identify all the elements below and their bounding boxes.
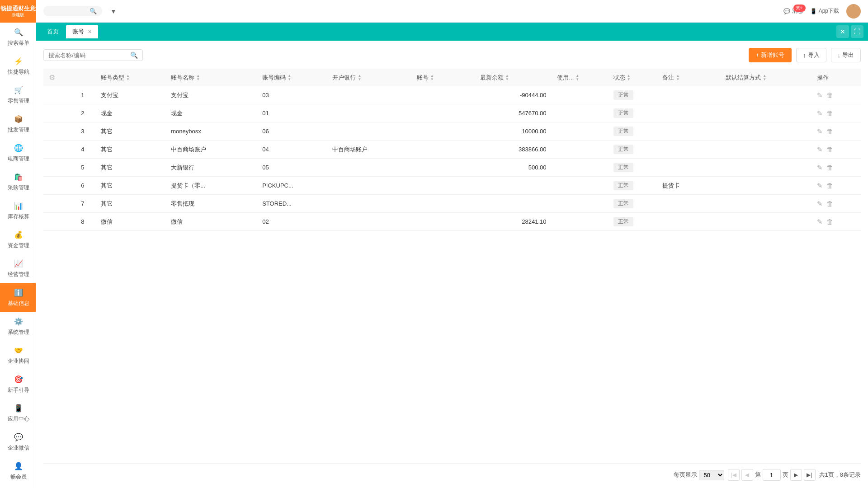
th-balance[interactable]: 最新余额 ▲▼ xyxy=(475,69,552,86)
sort-arrows-note: ▲▼ xyxy=(676,74,679,81)
tab-home[interactable]: 首页 xyxy=(41,25,65,38)
sidebar-item-corp-wechat[interactable]: 💬企业微信 xyxy=(0,427,36,456)
row-usage-cell xyxy=(552,104,608,122)
th-account[interactable]: 账号 ▲▼ xyxy=(411,69,475,86)
sidebar-icon-retail-mgmt: 🛒 xyxy=(14,85,23,96)
row-balance-cell: -90444.00 xyxy=(475,86,552,104)
sidebar-item-quick-nav[interactable]: ⚡快捷导航 xyxy=(0,52,36,80)
th-gear[interactable]: ⚙ xyxy=(43,69,70,86)
page-size-dropdown[interactable]: 102050100 xyxy=(699,470,724,480)
row-gear-cell xyxy=(43,195,70,213)
message-button[interactable]: 💬 消息 99+ xyxy=(783,7,803,15)
edit-button[interactable]: ✎ xyxy=(817,164,823,172)
th-status[interactable]: 状态 ▲▼ xyxy=(608,69,657,86)
search-box[interactable]: 🔍 xyxy=(43,49,143,61)
th-type[interactable]: 账号类型 ▲▼ xyxy=(95,69,165,86)
search-input[interactable] xyxy=(48,52,130,59)
th-note-label: 备注 xyxy=(662,74,674,82)
sidebar-item-finance-mgmt[interactable]: 💰资金管理 xyxy=(0,225,36,254)
tab-maximize-button[interactable]: ⛶ xyxy=(851,25,863,38)
user-avatar[interactable] xyxy=(846,4,861,19)
row-code-cell: 04 xyxy=(257,141,327,159)
sidebar-item-purchase-mgmt[interactable]: 🛍️采购管理 xyxy=(0,167,36,196)
row-default-cell xyxy=(720,177,811,195)
delete-button[interactable]: 🗑 xyxy=(826,218,833,225)
tab-account-close[interactable]: ✕ xyxy=(88,29,92,35)
sidebar-item-ops-mgmt[interactable]: 📈经营管理 xyxy=(0,254,36,283)
edit-button[interactable]: ✎ xyxy=(817,200,823,208)
edit-button[interactable]: ✎ xyxy=(817,109,823,117)
sidebar-item-corp-agreement[interactable]: 🤝企业协同 xyxy=(0,341,36,370)
row-usage-cell xyxy=(552,159,608,177)
page-prev-button[interactable]: ◀ xyxy=(741,469,753,481)
app-download-button[interactable]: 📱 App下载 xyxy=(810,7,839,15)
row-gear-cell xyxy=(43,177,70,195)
sort-arrows-bank: ▲▼ xyxy=(358,74,361,81)
sidebar-item-member[interactable]: 👤畅会员 xyxy=(0,456,36,485)
th-default[interactable]: 默认结算方式 ▲▼ xyxy=(720,69,811,86)
edit-button[interactable]: ✎ xyxy=(817,182,823,190)
th-note[interactable]: 备注 ▲▼ xyxy=(657,69,720,86)
edit-button[interactable]: ✎ xyxy=(817,145,823,154)
app-download-label: App下载 xyxy=(819,7,839,15)
delete-button[interactable]: 🗑 xyxy=(826,109,833,117)
edit-button[interactable]: ✎ xyxy=(817,127,823,136)
table-row: 7 其它 零售抵现 STORED... 正常 ✎ 🗑 xyxy=(43,195,861,213)
row-type-cell: 其它 xyxy=(95,195,165,213)
delete-button[interactable]: 🗑 xyxy=(826,200,833,207)
export-button[interactable]: ↓ 导出 xyxy=(831,48,861,62)
row-usage-cell xyxy=(552,141,608,159)
row-note-cell xyxy=(657,141,720,159)
dropdown-button[interactable]: ▼ xyxy=(107,6,120,17)
th-usage[interactable]: 使用... ▲▼ xyxy=(552,69,608,86)
delete-button[interactable]: 🗑 xyxy=(826,145,833,153)
row-balance-cell xyxy=(475,177,552,195)
add-account-button[interactable]: + 新增账号 xyxy=(749,48,792,62)
ops-cell: ✎ 🗑 xyxy=(817,145,855,154)
th-name[interactable]: 账号名称 ▲▼ xyxy=(165,69,257,86)
sidebar-item-search-menu[interactable]: 🔍搜索菜单 xyxy=(0,23,36,52)
tab-account[interactable]: 账号 ✕ xyxy=(66,25,98,38)
import-button[interactable]: ↑ 导入 xyxy=(796,48,826,62)
sidebar-icon-finance-mgmt: 💰 xyxy=(14,230,23,240)
th-bank[interactable]: 开户银行 ▲▼ xyxy=(327,69,411,86)
page-next-button[interactable]: ▶ xyxy=(790,469,802,481)
sidebar-item-retail-mgmt[interactable]: 🛒零售管理 xyxy=(0,80,36,109)
delete-button[interactable]: 🗑 xyxy=(826,91,833,99)
row-name-cell: 零售抵现 xyxy=(165,195,257,213)
row-usage-cell xyxy=(552,195,608,213)
sidebar-item-wholesale-mgmt[interactable]: 📦批发管理 xyxy=(0,109,36,138)
sidebar-item-new-guide[interactable]: 🎯新手引导 xyxy=(0,370,36,399)
th-code[interactable]: 账号编码 ▲▼ xyxy=(257,69,327,86)
edit-button[interactable]: ✎ xyxy=(817,91,823,99)
sort-arrows-balance: ▲▼ xyxy=(505,74,509,81)
th-name-label: 账号名称 xyxy=(171,74,194,82)
sidebar-item-app-center[interactable]: 📱应用中心 xyxy=(0,399,36,427)
sidebar-item-inventory[interactable]: 📊库存核算 xyxy=(0,196,36,225)
sidebar-icon-system-mgmt: ⚙️ xyxy=(14,316,23,327)
row-default-cell xyxy=(720,141,811,159)
sort-arrows-account: ▲▼ xyxy=(430,74,434,81)
sidebar-item-ecom-mgmt[interactable]: 🌐电商管理 xyxy=(0,138,36,167)
row-name-cell: 中百商场账户 xyxy=(165,141,257,159)
page-first-button[interactable]: |◀ xyxy=(728,469,740,481)
sidebar-item-basic-info[interactable]: ℹ️基础信息 xyxy=(0,283,36,312)
page-content: 🔍 + 新增账号 ↑ 导入 ↓ 导出 xyxy=(36,41,868,488)
page-input[interactable] xyxy=(763,469,781,481)
page-last-button[interactable]: ▶| xyxy=(804,469,816,481)
edit-button[interactable]: ✎ xyxy=(817,218,823,226)
top-search-box[interactable]: 🔍 xyxy=(43,6,102,16)
row-name-cell: 现金 xyxy=(165,104,257,122)
top-search-input[interactable] xyxy=(49,8,90,14)
row-status-cell: 正常 xyxy=(608,213,657,231)
tab-close-all-button[interactable]: ✕ xyxy=(836,25,849,38)
export-icon: ↓ xyxy=(838,52,841,59)
delete-button[interactable]: 🗑 xyxy=(826,127,833,135)
delete-button[interactable]: 🗑 xyxy=(826,164,833,171)
row-note-cell xyxy=(657,195,720,213)
sidebar-item-system-mgmt[interactable]: ⚙️系统管理 xyxy=(0,312,36,341)
page-size-label: 每页显示 xyxy=(674,471,697,479)
delete-button[interactable]: 🗑 xyxy=(826,182,833,189)
gear-icon[interactable]: ⚙ xyxy=(49,74,55,81)
import-label: 导入 xyxy=(808,51,820,59)
